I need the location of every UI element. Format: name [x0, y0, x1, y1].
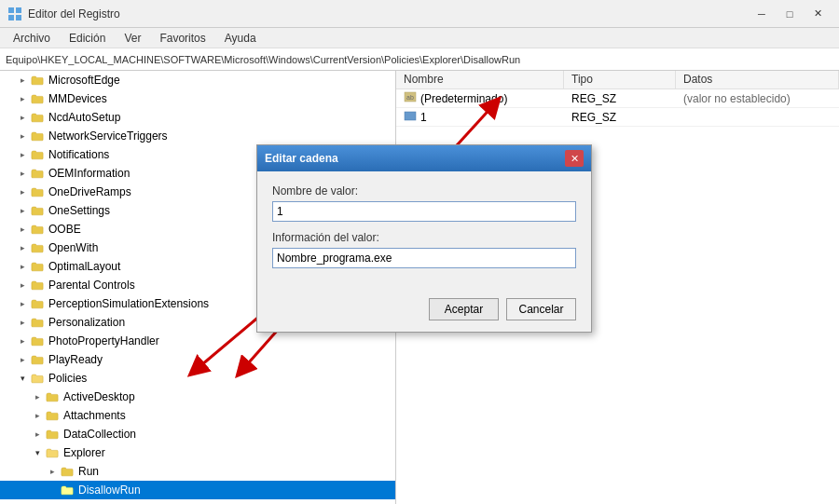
tree-item-DisallowRun[interactable]: DisallowRun — [0, 481, 395, 499]
tree-label: OEMInformation — [48, 167, 130, 180]
menu-archivo[interactable]: Archivo — [6, 30, 58, 47]
tree-label: OneDriveRamps — [48, 185, 131, 198]
folder-icon — [30, 147, 45, 162]
info-label: Información del valor: — [272, 231, 576, 244]
folder-icon — [30, 222, 45, 237]
expand-arrow[interactable]: ▸ — [15, 73, 30, 88]
tree-item-NetworkServiceTriggers[interactable]: ▸ NetworkServiceTriggers — [0, 127, 395, 145]
tree-label: Policies — [48, 372, 87, 385]
folder-icon — [30, 129, 45, 143]
nombre-input[interactable] — [272, 201, 576, 222]
folder-icon — [30, 352, 45, 367]
tree-item-Run[interactable]: ▸ Run — [0, 462, 395, 481]
minimize-button[interactable]: ─ — [748, 5, 776, 23]
dialog-footer: Aceptar Cancelar — [257, 291, 591, 332]
tree-label: Notifications — [48, 148, 109, 161]
expand-arrow[interactable]: ▾ — [15, 371, 30, 386]
tree-label: MMDevices — [48, 92, 107, 105]
expand-arrow[interactable]: ▸ — [15, 110, 30, 125]
folder-icon — [30, 91, 45, 106]
cancel-button[interactable]: Cancelar — [506, 298, 576, 320]
folder-icon — [30, 315, 45, 330]
tree-item-NonEnum[interactable]: ▸ NonEnum — [0, 499, 395, 504]
col-datos-header: Datos — [676, 71, 839, 89]
tree-label: ActiveDesktop — [63, 390, 135, 403]
expand-arrow[interactable]: ▸ — [15, 334, 30, 348]
tree-label: OOBE — [48, 223, 81, 236]
tree-label: Personalization — [48, 316, 125, 329]
menu-bar: Archivo Edición Ver Favoritos Ayuda — [0, 28, 839, 48]
reg-nombre: 1 — [396, 110, 564, 124]
tree-label: OneSettings — [48, 204, 110, 217]
close-button[interactable]: ✕ — [804, 5, 832, 23]
tree-item-MMDevices[interactable]: ▸ MMDevices — [0, 89, 395, 108]
dialog-title-bar: Editar cadena ✕ — [257, 145, 591, 171]
folder-icon — [30, 203, 45, 218]
reg-tipo: REG_SZ — [564, 92, 676, 105]
expand-arrow[interactable]: ▸ — [15, 203, 30, 218]
expand-arrow[interactable]: ▸ — [45, 464, 60, 479]
tree-label: Attachments — [63, 409, 126, 422]
expand-arrow[interactable]: ▸ — [15, 315, 30, 330]
tree-item-PlayReady[interactable]: ▸ PlayReady — [0, 350, 395, 369]
tree-label: DisallowRun — [78, 484, 141, 497]
registry-row[interactable]: ab (Predeterminado) REG_SZ (valor no est… — [396, 89, 839, 108]
edit-dialog[interactable]: Editar cadena ✕ Nombre de valor: Informa… — [256, 144, 592, 333]
registry-row[interactable]: 1 REG_SZ — [396, 108, 839, 127]
menu-ayuda[interactable]: Ayuda — [217, 30, 264, 47]
title-bar-controls: ─ □ ✕ — [748, 5, 832, 23]
tree-item-NcdAutoSetup[interactable]: ▸ NcdAutoSetup — [0, 108, 395, 127]
app-icon — [7, 7, 22, 21]
tree-label: NetworkServiceTriggers — [48, 129, 168, 143]
menu-ver[interactable]: Ver — [117, 30, 148, 47]
expand-arrow[interactable]: ▸ — [30, 389, 45, 404]
folder-icon — [45, 408, 60, 423]
ok-button[interactable]: Aceptar — [429, 298, 499, 320]
window-title: Editor del Registro — [28, 7, 120, 20]
expand-arrow[interactable]: ▸ — [15, 184, 30, 199]
tree-item-MicrosoftEdge[interactable]: ▸ MicrosoftEdge — [0, 71, 395, 89]
tree-item-Attachments[interactable]: ▸ Attachments — [0, 406, 395, 425]
registry-header: Nombre Tipo Datos — [396, 71, 839, 89]
expand-arrow[interactable]: ▸ — [15, 222, 30, 237]
expand-arrow[interactable]: ▸ — [15, 166, 30, 181]
folder-icon — [45, 427, 60, 442]
dialog-close-button[interactable]: ✕ — [565, 150, 584, 167]
tree-label: Run — [78, 465, 99, 478]
expand-arrow[interactable]: ▸ — [15, 278, 30, 293]
info-input[interactable] — [272, 248, 576, 268]
expand-arrow[interactable]: ▸ — [15, 147, 30, 162]
expand-arrow[interactable]: ▸ — [15, 259, 30, 274]
expand-arrow[interactable]: ▸ — [15, 129, 30, 143]
tree-label: PlayReady — [48, 353, 103, 366]
expand-arrow[interactable]: ▸ — [15, 91, 30, 106]
tree-item-Explorer[interactable]: ▾ Explorer — [0, 443, 395, 462]
tree-label: Parental Controls — [48, 279, 135, 292]
folder-icon — [60, 464, 75, 479]
address-path: Equipo\HKEY_LOCAL_MACHINE\SOFTWARE\Micro… — [6, 54, 520, 65]
tree-label: NcdAutoSetup — [48, 111, 120, 124]
folder-icon — [45, 445, 60, 460]
folder-icon — [30, 334, 45, 348]
dialog-body: Nombre de valor: Información del valor: — [257, 171, 591, 291]
expand-arrow[interactable]: ▸ — [15, 352, 30, 367]
expand-arrow[interactable]: ▸ — [15, 240, 30, 255]
expand-arrow[interactable]: ▸ — [30, 408, 45, 423]
tree-item-PhotoPropertyHandler[interactable]: ▸ PhotoPropertyHandler — [0, 332, 395, 350]
tree-item-DataCollection[interactable]: ▸ DataCollection — [0, 425, 395, 443]
dialog-title: Editar cadena — [265, 152, 338, 165]
registry-rows: ab (Predeterminado) REG_SZ (valor no est… — [396, 89, 839, 127]
reg-nombre: ab (Predeterminado) — [396, 91, 564, 105]
folder-icon — [30, 278, 45, 293]
expand-arrow[interactable]: ▾ — [30, 445, 45, 460]
expand-arrow[interactable]: ▸ — [30, 427, 45, 442]
tree-label: OptimalLayout — [48, 260, 120, 273]
expand-arrow[interactable]: ▸ — [15, 296, 30, 311]
menu-edicion[interactable]: Edición — [62, 30, 113, 47]
tree-item-ActiveDesktop[interactable]: ▸ ActiveDesktop — [0, 388, 395, 406]
tree-label: Explorer — [63, 446, 105, 459]
tree-item-Policies[interactable]: ▾ Policies — [0, 369, 395, 388]
maximize-button[interactable]: □ — [776, 5, 804, 23]
svg-rect-6 — [405, 112, 416, 120]
menu-favoritos[interactable]: Favoritos — [152, 30, 213, 47]
